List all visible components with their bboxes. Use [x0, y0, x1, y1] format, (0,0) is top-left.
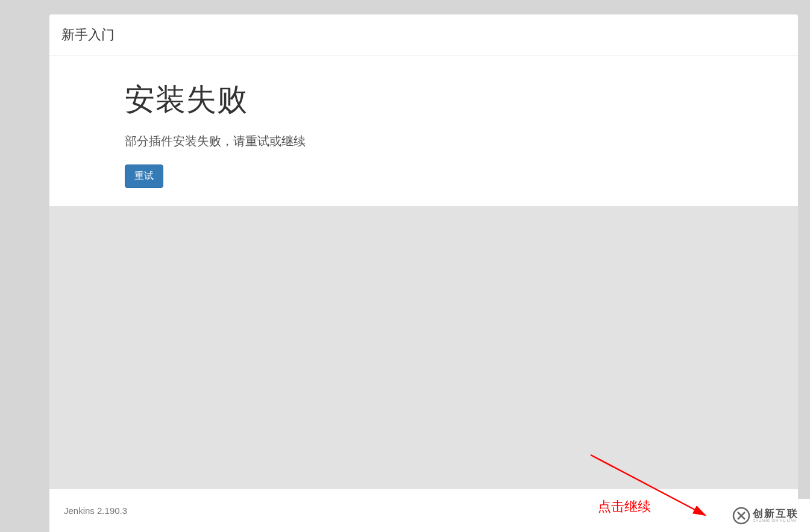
retry-button[interactable]: 重试	[125, 164, 163, 188]
error-subtitle: 部分插件安装失败，请重试或继续	[125, 133, 786, 149]
content-panel: 安装失败 部分插件安装失败，请重试或继续 重试	[49, 55, 798, 206]
version-text: Jenkins 2.190.3	[64, 505, 127, 516]
modal-title: 新手入门	[61, 26, 115, 44]
watermark-logo-text: 创新互联 CHUANG XIN HU LIAN	[753, 509, 799, 522]
annotation-text: 点击继续	[598, 498, 651, 516]
watermark-cn: 创新互联	[753, 509, 799, 519]
modal-header: 新手入门	[49, 14, 798, 55]
watermark-logo-icon	[732, 507, 750, 525]
watermark-en: CHUANG XIN HU LIAN	[753, 519, 799, 522]
watermark-logo: 创新互联 CHUANG XIN HU LIAN	[732, 507, 799, 525]
error-title: 安装失败	[125, 80, 786, 120]
watermark: 创新互联 CHUANG XIN HU LIAN	[721, 499, 810, 532]
